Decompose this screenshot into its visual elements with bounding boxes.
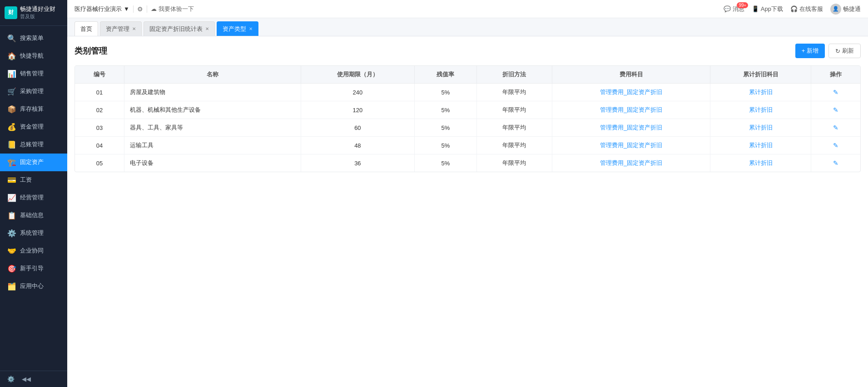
app-download-label: App下载: [761, 5, 783, 13]
cell-2-6[interactable]: 累计折旧: [710, 119, 811, 137]
tab-close-depreciation[interactable]: ✕: [205, 26, 209, 31]
edit-icon-0[interactable]: ✎: [833, 89, 838, 96]
sidebar-item-fixed[interactable]: 🏗️ 固定资产: [0, 154, 67, 171]
tab-label-home: 首页: [80, 25, 92, 33]
refresh-button[interactable]: ↻ 刷新: [828, 44, 861, 58]
link-1-6[interactable]: 累计折旧: [749, 106, 773, 113]
cell-4-7[interactable]: ✎: [811, 154, 860, 172]
cell-2-2: 60: [301, 119, 414, 137]
content-header: 类别管理 + 新增 ↻ 刷新: [74, 44, 861, 58]
service-icon: 🎧: [790, 5, 798, 12]
table-row: 01房屋及建筑物2405%年限平均管理费用_固定资产折旧累计折旧✎: [75, 84, 860, 101]
cell-0-6[interactable]: 累计折旧: [710, 84, 811, 101]
nav-icon-search: 🔍: [7, 34, 16, 43]
collapse-icon[interactable]: ◀◀: [22, 376, 31, 382]
message-action[interactable]: 💬 消息 99+: [724, 5, 744, 13]
topbar-settings-icon[interactable]: ⚙: [137, 5, 143, 13]
avatar: 👤: [830, 4, 841, 15]
sidebar-item-sales[interactable]: 📊 销售管理: [0, 65, 67, 83]
link-1-5[interactable]: 管理费用_固定资产折旧: [600, 106, 662, 113]
cell-1-0: 02: [75, 101, 124, 119]
nav-icon-sales: 📊: [7, 69, 16, 78]
nav-icon-guide: 🎯: [7, 264, 16, 273]
link-0-6[interactable]: 累计折旧: [749, 89, 773, 95]
sidebar-item-purchase[interactable]: 🛒 采购管理: [0, 83, 67, 100]
link-4-6[interactable]: 累计折旧: [749, 159, 773, 166]
link-3-6[interactable]: 累计折旧: [749, 142, 773, 149]
edit-icon-1[interactable]: ✎: [833, 106, 838, 114]
sidebar-item-base[interactable]: 📋 基础信息: [0, 207, 67, 224]
edit-icon-4[interactable]: ✎: [833, 159, 838, 167]
experience-label: 我要体验一下: [159, 5, 194, 13]
tab-close-assets[interactable]: ✕: [132, 26, 136, 31]
tab-close-asset_type[interactable]: ✕: [249, 26, 253, 31]
sidebar-item-inventory[interactable]: 📦 库存核算: [0, 100, 67, 118]
nav-icon-base: 📋: [7, 211, 16, 220]
cell-0-5[interactable]: 管理费用_固定资产折旧: [552, 84, 710, 101]
tab-asset_type[interactable]: 资产类型✕: [217, 21, 258, 36]
nav-label-apps: 应用中心: [20, 282, 44, 290]
cell-0-7[interactable]: ✎: [811, 84, 860, 101]
edit-icon-3[interactable]: ✎: [833, 142, 838, 149]
experience-button[interactable]: ☁ 我要体验一下: [151, 5, 194, 13]
page-title: 类别管理: [74, 45, 107, 56]
app-download-action[interactable]: 📱 App下载: [752, 5, 783, 13]
nav-label-fixed: 固定资产: [20, 158, 44, 166]
cell-0-0: 01: [75, 84, 124, 101]
cell-2-7[interactable]: ✎: [811, 119, 860, 137]
cell-1-7[interactable]: ✎: [811, 101, 860, 119]
sidebar-item-apps[interactable]: 🗂️ 应用中心: [0, 278, 67, 295]
link-0-5[interactable]: 管理费用_固定资产折旧: [600, 89, 662, 95]
cell-3-1: 运输工具: [124, 137, 301, 154]
col-header-6: 累计折旧科目: [710, 66, 811, 84]
col-header-1: 名称: [124, 66, 301, 84]
data-table-wrap: 编号名称使用期限（月）残值率折旧方法费用科目累计折旧科目操作 01房屋及建筑物2…: [74, 65, 861, 172]
cell-2-3: 5%: [414, 119, 477, 137]
cell-1-5[interactable]: 管理费用_固定资产折旧: [552, 101, 710, 119]
tab-home[interactable]: 首页: [74, 21, 98, 36]
cell-3-6[interactable]: 累计折旧: [710, 137, 811, 154]
sidebar-item-ledger[interactable]: 📒 总账管理: [0, 136, 67, 154]
user-action[interactable]: 👤 畅捷通: [830, 4, 861, 15]
sidebar-item-quicknav[interactable]: 🏠 快捷导航: [0, 47, 67, 65]
nav-icon-inventory: 📦: [7, 105, 16, 114]
nav-icon-salary: 💳: [7, 176, 16, 184]
sidebar-item-search[interactable]: 🔍 搜索菜单: [0, 30, 67, 47]
cell-2-5[interactable]: 管理费用_固定资产折旧: [552, 119, 710, 137]
link-4-5[interactable]: 管理费用_固定资产折旧: [600, 159, 662, 166]
company-selector[interactable]: 医疗器械行业演示 ▼: [74, 5, 129, 13]
sidebar-item-operation[interactable]: 📈 经营管理: [0, 189, 67, 207]
data-table: 编号名称使用期限（月）残值率折旧方法费用科目累计折旧科目操作 01房屋及建筑物2…: [75, 66, 860, 172]
phone-icon: 📱: [752, 5, 759, 12]
new-button[interactable]: + 新增: [795, 44, 825, 58]
tab-depreciation[interactable]: 固定资产折旧统计表✕: [144, 21, 215, 36]
sidebar-item-enterprise[interactable]: 🤝 企业协同: [0, 242, 67, 260]
sidebar-item-guide[interactable]: 🎯 新手引导: [0, 260, 67, 278]
tabbar: 首页资产管理✕固定资产折旧统计表✕资产类型✕: [67, 18, 868, 36]
cell-4-5[interactable]: 管理费用_固定资产折旧: [552, 154, 710, 172]
sidebar-item-capital[interactable]: 💰 资金管理: [0, 118, 67, 136]
col-header-0: 编号: [75, 66, 124, 84]
cell-1-6[interactable]: 累计折旧: [710, 101, 811, 119]
link-2-5[interactable]: 管理费用_固定资产折旧: [600, 124, 662, 131]
cell-3-7[interactable]: ✎: [811, 137, 860, 154]
col-header-3: 残值率: [414, 66, 477, 84]
edit-icon-2[interactable]: ✎: [833, 124, 838, 131]
cell-1-3: 5%: [414, 101, 477, 119]
sidebar-item-system[interactable]: ⚙️ 系统管理: [0, 224, 67, 242]
sidebar: 财 畅捷通好业财 普及版 🔍 搜索菜单 🏠 快捷导航 📊 销售管理 🛒 采购管理…: [0, 0, 67, 387]
cell-3-5[interactable]: 管理费用_固定资产折旧: [552, 137, 710, 154]
nav-icon-quicknav: 🏠: [7, 52, 16, 60]
nav-icon-fixed: 🏗️: [7, 158, 16, 167]
settings-icon[interactable]: ⚙️: [7, 376, 15, 382]
link-2-6[interactable]: 累计折旧: [749, 124, 773, 131]
cell-4-6[interactable]: 累计折旧: [710, 154, 811, 172]
tab-assets[interactable]: 资产管理✕: [100, 21, 142, 36]
cell-3-2: 48: [301, 137, 414, 154]
link-3-5[interactable]: 管理费用_固定资产折旧: [600, 142, 662, 149]
online-service-action[interactable]: 🎧 在线客服: [790, 5, 823, 13]
cell-2-4: 年限平均: [477, 119, 552, 137]
sidebar-item-salary[interactable]: 💳 工资: [0, 171, 67, 189]
app-name: 畅捷通好业财: [20, 5, 55, 13]
nav-icon-apps: 🗂️: [7, 282, 16, 291]
